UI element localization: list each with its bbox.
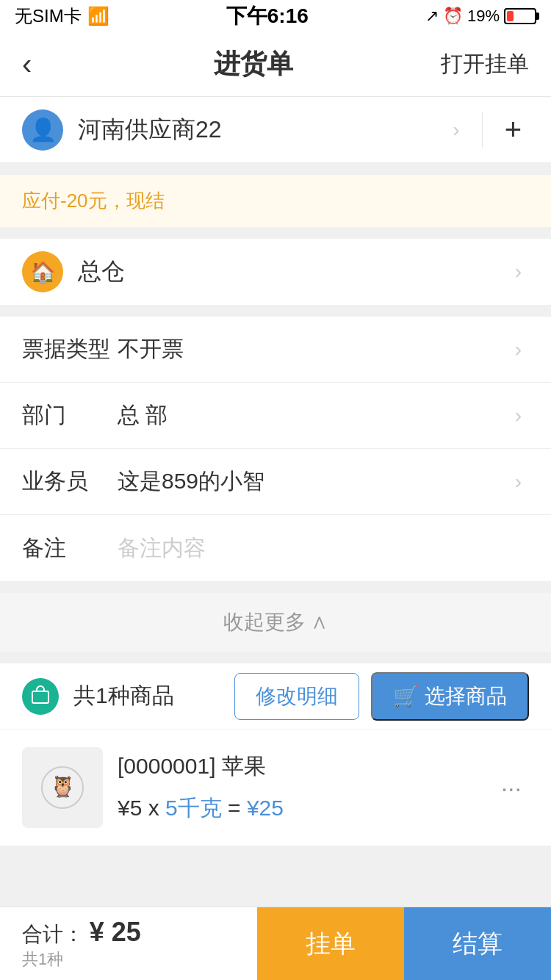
chevron-right-icon: › [515, 260, 522, 284]
invoice-value: 不开票 [118, 334, 515, 364]
form-section: 票据类型 不开票 › 部门 总 部 › 业务员 这是859的小智 › 备注 备注… [0, 317, 551, 581]
checkout-button[interactable]: 结算 [404, 907, 551, 981]
chevron-right-icon: › [453, 118, 459, 142]
warehouse-row[interactable]: 🏠 总仓 › [0, 239, 551, 305]
chevron-right-icon: › [515, 470, 522, 494]
select-product-icon: 🛒 [393, 684, 419, 708]
department-value: 总 部 [118, 400, 515, 430]
svg-rect-0 [32, 691, 48, 703]
location-icon: ↗ [425, 7, 439, 26]
department-label: 部门 [22, 400, 118, 430]
edit-detail-button[interactable]: 修改明细 [234, 673, 359, 720]
product-title: 苹果 [222, 754, 266, 778]
warehouse-icon: 🏠 [22, 251, 63, 292]
total-sub: 共1种 [22, 948, 235, 970]
battery-percentage: 19% [467, 7, 500, 26]
product-more-button[interactable]: ··· [494, 766, 529, 810]
warehouse-section: 🏠 总仓 › [0, 239, 551, 305]
product-thumbnail: 🦉 [22, 747, 103, 828]
select-product-label: 选择商品 [425, 682, 507, 710]
divider [482, 112, 483, 148]
salesman-value: 这是859的小智 [118, 466, 515, 497]
quantity: 5千克 [165, 796, 222, 820]
product-name: [0000001] 苹果 [118, 752, 494, 782]
status-bar: 无SIM卡 📶 下午6:16 ↗ ⏰ 19% [0, 0, 551, 32]
total-label-row: 合计： ¥ 25 [22, 917, 235, 948]
hang-button[interactable]: 挂单 [257, 907, 404, 981]
product-count-label: 共1种商品 [73, 681, 234, 711]
remark-input[interactable]: 备注内容 [118, 533, 529, 563]
product-code: [0000001] [118, 754, 222, 778]
select-product-button[interactable]: 🛒 选择商品 [371, 672, 529, 721]
content-area: 👤 河南供应商22 › + 应付-20元，现结 🏠 总仓 › 票据类型 不开票 … [0, 97, 551, 846]
product-price-row: ¥5 x 5千克 = ¥25 [118, 793, 494, 824]
status-right: ↗ ⏰ 19% [425, 7, 536, 26]
total-label: 合计： [22, 923, 84, 945]
invoice-row[interactable]: 票据类型 不开票 › [0, 317, 551, 383]
wifi-icon: 📶 [87, 6, 109, 26]
collapse-button[interactable]: 收起更多 ∧ [0, 593, 551, 652]
supplier-avatar: 👤 [22, 109, 63, 151]
product-count-icon [22, 678, 59, 715]
department-row[interactable]: 部门 总 部 › [0, 383, 551, 449]
salesman-row[interactable]: 业务员 这是859的小智 › [0, 449, 551, 515]
remark-row[interactable]: 备注 备注内容 [0, 515, 551, 581]
battery-fill [507, 11, 514, 21]
product-info: [0000001] 苹果 ¥5 x 5千克 = ¥25 [118, 752, 494, 824]
product-item: 🦉 [0000001] 苹果 ¥5 x 5千克 = ¥25 ··· [0, 729, 551, 846]
back-button[interactable]: ‹ [22, 48, 66, 81]
equals: = [228, 796, 247, 820]
page-title: 进货单 [214, 46, 293, 82]
supplier-row[interactable]: 👤 河南供应商22 › + [0, 97, 551, 163]
total-amount: ¥ 25 [90, 917, 141, 947]
salesman-label: 业务员 [22, 466, 118, 497]
total-price: ¥25 [247, 796, 284, 820]
svg-text:🦉: 🦉 [50, 774, 76, 799]
battery-icon [504, 8, 536, 24]
add-supplier-button[interactable]: + [497, 106, 529, 154]
chevron-right-icon: › [515, 404, 522, 428]
nav-bar: ‹ 进货单 打开挂单 [0, 32, 551, 97]
notice-bar: 应付-20元，现结 [0, 175, 551, 227]
warehouse-name: 总仓 [78, 256, 515, 288]
time-display: 下午6:16 [226, 2, 309, 30]
open-hang-button[interactable]: 打开挂单 [441, 49, 529, 79]
alarm-icon: ⏰ [443, 7, 463, 26]
bottom-bar: 合计： ¥ 25 共1种 挂单 结算 [0, 907, 551, 980]
unit-price: ¥5 x [118, 796, 165, 820]
remark-label: 备注 [22, 533, 118, 563]
status-left: 无SIM卡 📶 [15, 4, 109, 28]
supplier-section: 👤 河南供应商22 › + [0, 97, 551, 163]
carrier-text: 无SIM卡 [15, 4, 82, 28]
collapse-label: 收起更多 ∧ [223, 608, 328, 636]
product-section: 共1种商品 修改明细 🛒 选择商品 🦉 [0000001] 苹果 [0, 663, 551, 846]
user-icon: 👤 [29, 117, 57, 143]
total-area: 合计： ¥ 25 共1种 [0, 917, 257, 970]
chevron-right-icon: › [515, 338, 522, 361]
invoice-label: 票据类型 [22, 334, 118, 364]
product-header: 共1种商品 修改明细 🛒 选择商品 [0, 663, 551, 729]
supplier-name: 河南供应商22 [78, 114, 453, 146]
